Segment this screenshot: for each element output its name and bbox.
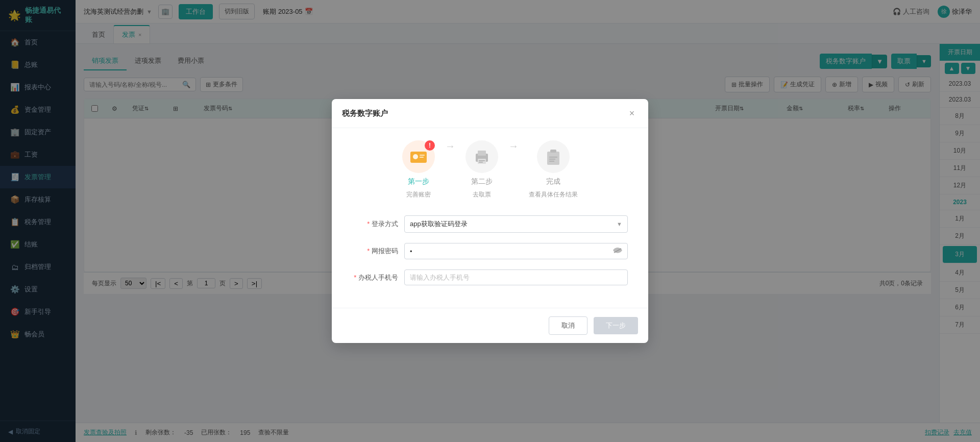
step-2-icon-wrap [465, 140, 498, 173]
step-1-label: 第一步 [408, 177, 429, 186]
select-arrow-icon: ▼ [617, 221, 622, 227]
modal-overlay: 税务数字账户 × [0, 0, 980, 442]
svg-rect-8 [479, 162, 483, 163]
clipboard-icon [543, 146, 564, 167]
step-1-sublabel: 完善账密 [406, 190, 431, 199]
step-arrow-1: → [435, 140, 465, 168]
step-2-label: 第二步 [471, 177, 493, 186]
password-input-wrap [404, 243, 628, 259]
id-card-icon [408, 146, 429, 167]
svg-rect-6 [478, 159, 486, 164]
modal-close-button[interactable]: × [626, 107, 638, 119]
svg-rect-13 [549, 161, 554, 162]
login-method-value: app获取验证码登录 [410, 219, 468, 229]
required-star3: * [354, 274, 356, 281]
step-1-error-badge: ! [425, 140, 435, 151]
tax-account-modal: 税务数字账户 × [332, 99, 648, 343]
svg-rect-0 [410, 152, 427, 163]
svg-rect-2 [420, 155, 425, 156]
login-method-select[interactable]: app获取验证码登录 ▼ [404, 215, 628, 233]
svg-rect-5 [478, 151, 486, 156]
password-toggle-icon[interactable] [613, 247, 622, 255]
login-method-label: * 登录方式 [352, 219, 398, 229]
svg-rect-11 [549, 157, 557, 158]
step-3: 完成 查看具体任务结果 [529, 140, 578, 199]
password-row: * 网报密码 [352, 243, 628, 259]
step-3-icon-wrap [537, 140, 570, 173]
steps-indicator: ! 第一步 完善账密 → [352, 140, 628, 199]
modal-next-button[interactable]: 下一步 [594, 317, 638, 334]
printer-icon [472, 146, 492, 167]
step-2: 第二步 去取票 [465, 140, 498, 199]
phone-input[interactable] [410, 274, 622, 281]
modal-cancel-button[interactable]: 取消 [549, 316, 587, 335]
step-2-sublabel: 去取票 [473, 190, 491, 199]
modal-title: 税务数字账户 [342, 109, 388, 118]
password-input[interactable] [410, 248, 613, 255]
step-1: ! 第一步 完善账密 [402, 140, 435, 199]
modal-footer: 取消 下一步 [332, 308, 648, 343]
phone-input-wrap [404, 269, 628, 285]
required-star2: * [367, 247, 370, 255]
svg-rect-7 [479, 160, 485, 161]
required-star: * [367, 220, 370, 228]
login-method-row: * 登录方式 app获取验证码登录 ▼ [352, 215, 628, 233]
password-label: * 网报密码 [352, 247, 398, 256]
modal-body: ! 第一步 完善账密 → [332, 128, 648, 308]
modal-header: 税务数字账户 × [332, 99, 648, 128]
svg-rect-10 [550, 150, 556, 153]
step-arrow-2: → [498, 140, 529, 168]
phone-label: * 办税人手机号 [352, 273, 398, 282]
phone-row: * 办税人手机号 [352, 269, 628, 285]
step-1-icon-container: ! [402, 140, 435, 173]
modal-form: * 登录方式 app获取验证码登录 ▼ * 网报密码 [352, 215, 628, 285]
step-3-label: 完成 [546, 177, 560, 186]
svg-point-1 [413, 154, 418, 159]
svg-rect-12 [549, 159, 555, 160]
svg-rect-9 [547, 152, 559, 165]
step-3-sublabel: 查看具体任务结果 [529, 190, 578, 199]
svg-rect-3 [420, 157, 424, 158]
